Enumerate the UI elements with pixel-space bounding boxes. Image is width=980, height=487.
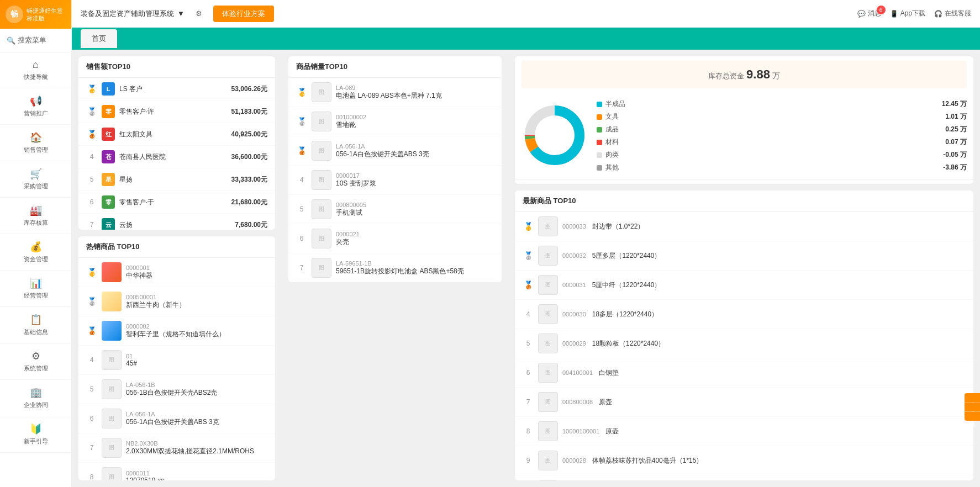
new-product-1[interactable]: 🥇 图 0000033 封边带（1.0*22） (515, 212, 973, 241)
legend-color-1 (597, 114, 602, 120)
mid-product-6[interactable]: 6 图 0000021 夹壳 (288, 224, 502, 253)
top-products-middle-header: 商品销量TOP10 (288, 56, 502, 78)
mid-info-6: 0000021 夹壳 (336, 231, 494, 247)
sidebar-item-inventory[interactable]: 🏭 库存核算 (0, 198, 71, 234)
online-service-button[interactable]: 🎧 在线客服 (934, 9, 971, 18)
legend-item-4: 肉类 -0.05 万 (597, 150, 967, 160)
guide-icon: 🔰 (30, 423, 42, 435)
mid-medal-2: 🥈 (296, 116, 307, 127)
mid-thumb-3: 图 (312, 141, 331, 161)
customer-rank-1[interactable]: 🥇 L LS 客户 53,006.26元 (78, 78, 275, 100)
desktop-button[interactable]: 桌面 (965, 412, 980, 421)
mid-product-4[interactable]: 4 图 0000017 10S 变刮罗浆 (288, 166, 502, 195)
sidebar-item-system[interactable]: ⚙ 系统管理 (0, 343, 71, 380)
customer-icon-2: 零 (102, 105, 115, 118)
tab-home[interactable]: 首页 (81, 29, 117, 48)
system-name-label: 装备及固定资产辅助管理系统 (81, 9, 174, 19)
customer-value-3: 40,925.00元 (231, 130, 267, 139)
new-medal-2: 🥈 (523, 250, 534, 261)
hot-product-1[interactable]: 🥇 0000001 中华神器 (78, 258, 275, 287)
logo-icon: 畅 (6, 6, 23, 23)
new-product-10[interactable]: 10 图 003800001 22g鱼豆腐·烧烤味（1*12*20） (515, 475, 973, 480)
hot-product-2[interactable]: 🥈 000500001 新西兰牛肉（新牛） (78, 287, 275, 316)
hot-thumb-3 (102, 321, 122, 341)
legend-color-2 (597, 127, 602, 133)
sidebar-item-quick-nav[interactable]: ⌂ 快捷导航 (0, 52, 71, 88)
customer-name-7: 云扬 (119, 220, 230, 230)
mid-product-7[interactable]: 7 图 LA-59651-1B 59651-1B旋转投影灯电池盒 ABS黑色+5… (288, 253, 502, 282)
float-buttons: 客服热线 服务社区 桌面 (965, 393, 980, 421)
sidebar-item-marketing[interactable]: 📢 营销推广 (0, 88, 71, 125)
search-icon: 🔍 (7, 36, 15, 45)
customer-rank-2[interactable]: 🥈 零 零售客户·许 51,183.00元 (78, 100, 275, 123)
mid-info-3: LA-056-1A 056-1A白色按键开关盖ABS 3壳 (336, 143, 494, 159)
mid-product-2[interactable]: 🥈 图 001000002 雪地靴 (288, 107, 502, 136)
hot-thumb-6: 图 (102, 409, 122, 428)
top-header: 装备及固定资产辅助管理系统 ▼ ⚙ 体验行业方案 💬 消息 6 📱 App下载 … (72, 0, 980, 28)
customer-name-6: 零售客户·于 (119, 198, 227, 207)
hot-product-8[interactable]: 8 图 0000011 12070519-xs (78, 463, 275, 480)
sidebar-item-sales[interactable]: 🏠 销售管理 (0, 125, 71, 161)
legend-color-4 (597, 152, 602, 158)
mid-product-3[interactable]: 🥉 图 LA-056-1A 056-1A白色按键开关盖ABS 3壳 (288, 136, 502, 166)
mid-product-5[interactable]: 5 图 000800005 手机测试 (288, 195, 502, 224)
top-customers-title: 销售额TOP10 (86, 62, 130, 72)
message-button[interactable]: 💬 消息 6 (857, 9, 881, 18)
customer-name-4: 苍南县人民医院 (119, 152, 227, 162)
customer-service-button[interactable]: 客服热线 (965, 393, 980, 403)
new-product-9[interactable]: 9 图 0000028 体帧荔枝味苏打饮品400毫升（1*15） (515, 446, 973, 475)
sidebar-item-guide[interactable]: 🔰 新手引导 (0, 416, 71, 453)
mid-thumb-7: 图 (312, 258, 331, 278)
legend-item-3: 材料 0.07 万 (597, 137, 967, 147)
mid-medal-1: 🥇 (296, 87, 307, 98)
hot-product-7[interactable]: 7 图 NB2.0X30B 2.0X30MM双搓花轴,搓花直径2.1MM/ROH… (78, 433, 275, 463)
sidebar-item-finance[interactable]: 💰 资金管理 (0, 234, 71, 271)
message-badge: 6 (877, 6, 886, 14)
new-thumb-4: 图 (538, 304, 558, 324)
hot-product-5[interactable]: 5 图 LA-056-1B 056-1B白色按键开关壳ABS2壳 (78, 375, 275, 404)
app-download-button[interactable]: 📱 App下载 (890, 9, 925, 18)
medal-3: 🥉 (86, 129, 97, 140)
customer-rank-6[interactable]: 6 零 零售客户·于 21,680.00元 (78, 191, 275, 214)
hot-products-title: 热销商品 TOP10 (86, 242, 140, 252)
mid-product-1[interactable]: 🥇 图 LA-089 电池盖 LA-089 ABS本色+黑种 7.1克 (288, 78, 502, 107)
system-selector[interactable]: 装备及固定资产辅助管理系统 ▼ (81, 9, 185, 19)
legend-color-3 (597, 140, 602, 145)
hot-product-6[interactable]: 6 图 LA-056-1A 056-1A白色按键开关盖ABS 3克 (78, 404, 275, 433)
sidebar-item-enterprise[interactable]: 🏢 企业协同 (0, 380, 71, 416)
hot-product-4[interactable]: 4 图 01 45# (78, 346, 275, 375)
hot-product-3[interactable]: 🥉 0000002 智利车子里（规格不知道填什么） (78, 316, 275, 346)
trial-button[interactable]: 体验行业方案 (213, 6, 274, 22)
sidebar-item-purchase[interactable]: 🛒 采购管理 (0, 161, 71, 198)
new-product-5[interactable]: 5 图 0000029 18颗粒板（1220*2440） (515, 329, 973, 358)
sidebar-item-basics[interactable]: 📋 基础信息 (0, 307, 71, 343)
new-product-6[interactable]: 6 图 004100001 白钢垫 (515, 358, 973, 388)
content-area: 销售额TOP10 🥇 L LS 客户 53,006.26元 🥈 零 零售客户·许… (72, 50, 980, 487)
customer-rank-5[interactable]: 5 星 星扬 33,333.00元 (78, 168, 275, 191)
sidebar-search[interactable]: 🔍 搜索菜单 (0, 29, 71, 52)
settings-button[interactable]: ⚙ (191, 6, 207, 22)
basics-icon: 📋 (30, 314, 42, 326)
hot-thumb-7: 图 (102, 438, 122, 458)
new-product-4[interactable]: 4 图 0000030 18多层（1220*2440） (515, 300, 973, 329)
mid-info-7: LA-59651-1B 59651-1B旋转投影灯电池盒 ABS黑色+58壳 (336, 260, 494, 276)
new-product-3[interactable]: 🥉 图 0000031 5厘中纤（1220*2440） (515, 271, 973, 300)
new-product-2[interactable]: 🥈 图 0000032 5厘多层（1220*2440） (515, 241, 973, 271)
new-thumb-10: 图 (538, 480, 558, 480)
new-product-7[interactable]: 7 图 000800008 原壶 (515, 388, 973, 417)
mid-thumb-6: 图 (312, 229, 331, 248)
system-icon: ⚙ (31, 350, 40, 362)
newest-products-header: 最新商品 TOP10 (515, 190, 973, 212)
customer-rank-7[interactable]: 7 云 云扬 7,680.00元 (78, 214, 275, 230)
sidebar-item-operations[interactable]: 📊 经营管理 (0, 271, 71, 307)
search-menu-button[interactable]: 🔍 搜索菜单 (4, 33, 67, 47)
service-community-button[interactable]: 服务社区 (965, 403, 980, 412)
new-product-8[interactable]: 8 图 10000100001 原壶 (515, 417, 973, 446)
customer-rank-4[interactable]: 4 苍 苍南县人民医院 36,600.00元 (78, 146, 275, 168)
customer-rank-3[interactable]: 🥉 红 红太阳文具 40,925.00元 (78, 123, 275, 146)
inventory-card: 库存总资金 9.88 万 (515, 56, 973, 184)
finance-icon: 💰 (30, 241, 42, 253)
inventory-total: 库存总资金 9.88 万 (521, 61, 967, 88)
mid-thumb-4: 图 (312, 170, 331, 190)
new-medal-3: 🥉 (523, 279, 534, 290)
